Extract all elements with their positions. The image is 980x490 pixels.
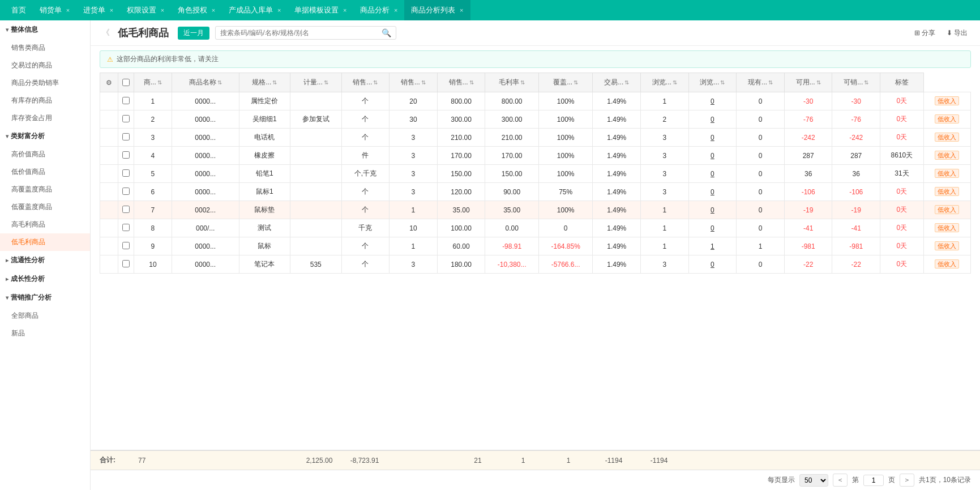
browse1-link[interactable]: 0 [711, 134, 714, 142]
col-cover-rate[interactable]: 覆盖... ⇅ [538, 73, 593, 92]
row-browse1[interactable]: 0 [688, 255, 737, 274]
row-browse1[interactable]: 0 [688, 92, 737, 110]
close-icon[interactable]: × [394, 7, 397, 14]
per-page-select[interactable]: 50 100 200 [799, 474, 828, 487]
row-browse1[interactable]: 0 [688, 165, 737, 183]
row-checkbox[interactable] [118, 147, 134, 165]
col-checkbox[interactable] [118, 73, 134, 92]
sidebar-item-sales-goods[interactable]: 销售类商品 [0, 39, 90, 57]
row-select-checkbox[interactable] [122, 115, 130, 122]
col-name[interactable]: 商品名称 ⇅ [172, 73, 239, 92]
close-icon[interactable]: × [212, 7, 215, 14]
sidebar-item-all-goods[interactable]: 全部商品 [0, 307, 90, 325]
col-unit[interactable]: 计量... ⇅ [290, 73, 342, 92]
row-select-checkbox[interactable] [122, 133, 130, 140]
date-filter-btn[interactable]: 近一月 [178, 27, 209, 40]
row-select-checkbox[interactable] [122, 242, 130, 249]
select-all-checkbox[interactable] [122, 79, 130, 86]
nav-template[interactable]: 单据模板设置 × [288, 0, 353, 20]
export-btn[interactable]: ⬇ 导出 [943, 27, 971, 40]
sidebar-item-traded-goods[interactable]: 交易过的商品 [0, 57, 90, 74]
row-checkbox[interactable] [118, 237, 134, 255]
row-select-checkbox[interactable] [122, 206, 130, 213]
close-icon[interactable]: × [110, 7, 113, 14]
row-checkbox[interactable] [118, 165, 134, 183]
nav-home[interactable]: 首页 [5, 0, 33, 20]
next-page-btn[interactable]: ＞ [900, 474, 914, 487]
browse1-link[interactable]: 1 [711, 242, 714, 250]
browse1-link[interactable]: 0 [711, 206, 714, 214]
browse1-link[interactable]: 0 [711, 261, 714, 269]
search-input[interactable] [220, 29, 382, 37]
col-available-stock[interactable]: 可用... ⇅ [784, 73, 832, 92]
row-select-checkbox[interactable] [122, 260, 130, 267]
sidebar-item-low-coverage[interactable]: 低覆盖度商品 [0, 198, 90, 216]
row-checkbox[interactable] [118, 255, 134, 274]
row-select-checkbox[interactable] [122, 224, 130, 231]
row-checkbox[interactable] [118, 183, 134, 201]
sidebar-group-overall[interactable]: ▾ 整体信息 [0, 20, 90, 39]
nav-goods-analysis-list[interactable]: 商品分析列表 × [404, 0, 470, 20]
col-gross-rate[interactable]: 毛利率 ⇅ [485, 73, 539, 92]
browse1-link[interactable]: 0 [711, 152, 714, 160]
row-browse1[interactable]: 1 [688, 237, 737, 255]
sidebar-group-flow[interactable]: ▸ 流通性分析 [0, 251, 90, 270]
sidebar-collapse-btn[interactable]: 《 [100, 28, 112, 38]
col-tag[interactable]: 标签 [880, 73, 924, 92]
sidebar-item-low-value[interactable]: 低价值商品 [0, 163, 90, 181]
sidebar-item-high-coverage[interactable]: 高覆盖度商品 [0, 181, 90, 198]
nav-product-entry[interactable]: 产成品入库单 × [222, 0, 288, 20]
row-browse1[interactable]: 0 [688, 219, 737, 237]
browse1-link[interactable]: 0 [711, 97, 714, 105]
sidebar-item-category-rate[interactable]: 商品分类助销率 [0, 74, 90, 92]
close-icon[interactable]: × [460, 7, 463, 14]
row-select-checkbox[interactable] [122, 97, 130, 104]
prev-page-btn[interactable]: ＜ [833, 474, 848, 487]
col-browse2[interactable]: 浏览... ⇅ [688, 73, 737, 92]
sidebar-group-growth[interactable]: ▸ 成长性分析 [0, 270, 90, 288]
row-browse1[interactable]: 0 [688, 147, 737, 165]
sidebar-item-stock-capital[interactable]: 库存资金占用 [0, 109, 90, 127]
col-sales-qty[interactable]: 销售... ⇅ [341, 73, 390, 92]
sidebar-group-marketing[interactable]: ▾ 营销推广分析 [0, 288, 90, 307]
sidebar-item-stock-goods[interactable]: 有库存的商品 [0, 92, 90, 109]
close-icon[interactable]: × [277, 7, 281, 14]
share-btn[interactable]: ⊞ 分享 [911, 27, 939, 40]
page-input[interactable] [863, 475, 884, 486]
search-icon[interactable]: 🔍 [382, 28, 391, 37]
nav-purchase[interactable]: 进货单 × [76, 0, 120, 20]
row-select-checkbox[interactable] [122, 188, 130, 195]
nav-sales[interactable]: 销货单 × [33, 0, 76, 20]
sidebar-item-new-goods[interactable]: 新品 [0, 325, 90, 342]
col-settings[interactable]: ⚙ [100, 73, 118, 92]
sidebar-item-low-margin[interactable]: 低毛利商品 [0, 233, 90, 251]
browse1-link[interactable]: 0 [711, 224, 714, 232]
close-icon[interactable]: × [343, 7, 346, 14]
sidebar-group-wealth[interactable]: ▾ 类财富分析 [0, 127, 90, 146]
row-browse1[interactable]: 0 [688, 183, 737, 201]
sidebar-item-high-margin[interactable]: 高毛利商品 [0, 216, 90, 233]
row-checkbox[interactable] [118, 110, 134, 129]
col-code[interactable]: 商... ⇅ [134, 73, 172, 92]
row-browse1[interactable]: 0 [688, 110, 737, 129]
row-select-checkbox[interactable] [122, 169, 130, 177]
sidebar-item-high-value[interactable]: 高价值商品 [0, 146, 90, 163]
close-icon[interactable]: × [161, 7, 164, 14]
browse1-link[interactable]: 0 [711, 116, 714, 123]
col-sales-profit[interactable]: 销售... ⇅ [437, 73, 485, 92]
row-browse1[interactable]: 0 [688, 129, 737, 147]
row-checkbox[interactable] [118, 201, 134, 219]
col-current-stock[interactable]: 现有... ⇅ [737, 73, 785, 92]
browse1-link[interactable]: 0 [711, 188, 714, 196]
col-saleable[interactable]: 可销... ⇅ [832, 73, 880, 92]
col-sales-price[interactable]: 销售... ⇅ [390, 73, 438, 92]
row-checkbox[interactable] [118, 129, 134, 147]
row-checkbox[interactable] [118, 92, 134, 110]
close-icon[interactable]: × [66, 7, 70, 14]
col-spec[interactable]: 规格... ⇅ [239, 73, 290, 92]
row-checkbox[interactable] [118, 219, 134, 237]
nav-goods-analysis[interactable]: 商品分析 × [353, 0, 404, 20]
col-trade-count[interactable]: 交易... ⇅ [593, 73, 641, 92]
row-browse1[interactable]: 0 [688, 201, 737, 219]
nav-permissions[interactable]: 权限设置 × [120, 0, 171, 20]
